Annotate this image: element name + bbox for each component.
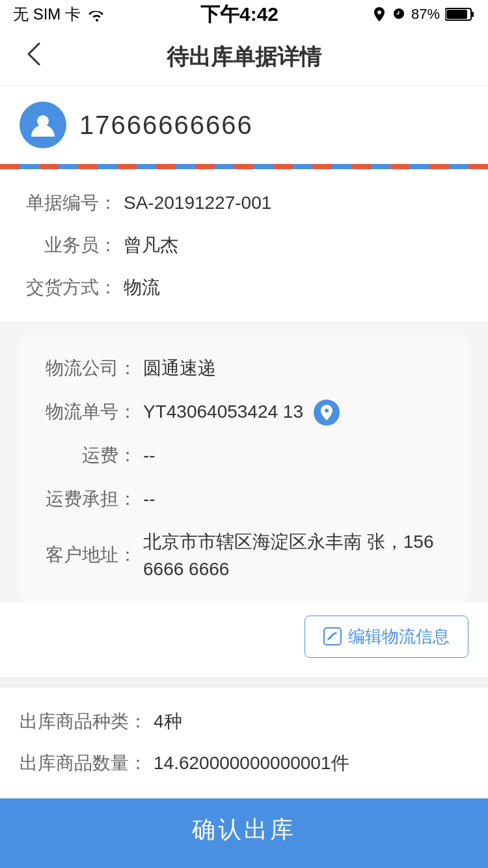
company-row: 物流公司： 圆通速递 xyxy=(39,354,449,383)
document-no-label: 单据编号： xyxy=(20,189,124,218)
alarm-icon xyxy=(392,7,406,21)
dashed-divider xyxy=(0,164,488,169)
edit-logistics-button[interactable]: 编辑物流信息 xyxy=(305,616,468,658)
goods-types-row: 出库商品种类： 4种 xyxy=(20,707,468,737)
freight-bearer-label: 运费承担： xyxy=(39,485,143,514)
main-content: 17666666666 单据编号： SA-20191227-001 业务员： 曾… xyxy=(0,86,488,868)
user-header: 17666666666 xyxy=(0,86,488,164)
svg-rect-1 xyxy=(471,12,474,17)
company-label: 物流公司： xyxy=(39,354,143,383)
salesman-label: 业务员： xyxy=(20,231,124,260)
carrier-text: 无 SIM 卡 xyxy=(13,4,81,25)
location-status-icon xyxy=(372,7,386,21)
tracking-row: 物流单号： YT43064053424 13 xyxy=(39,398,449,427)
goods-section: 出库商品种类： 4种 出库商品数量： 14.620000000000001件 xyxy=(0,688,488,798)
time-text: 下午4:42 xyxy=(200,1,278,28)
freight-bearer-row: 运费承担： -- xyxy=(39,485,449,514)
avatar xyxy=(20,102,66,148)
salesman-row: 业务员： 曾凡杰 xyxy=(20,231,468,260)
nav-bar: 待出库单据详情 xyxy=(0,29,488,86)
delivery-label: 交货方式： xyxy=(20,273,124,303)
back-button[interactable] xyxy=(20,34,48,79)
document-no-row: 单据编号： SA-20191227-001 xyxy=(20,189,468,218)
goods-quantity-label: 出库商品数量： xyxy=(20,749,154,778)
edit-logistics-label: 编辑物流信息 xyxy=(348,625,450,648)
tracking-value: YT43064053424 13 xyxy=(143,398,449,427)
edit-btn-wrap: 编辑物流信息 xyxy=(0,603,488,677)
goods-types-label: 出库商品种类： xyxy=(20,707,154,737)
address-value: 北京市市辖区海淀区永丰南 张，156 6666 6666 xyxy=(143,528,449,583)
status-left: 无 SIM 卡 xyxy=(13,4,107,25)
freight-row: 运费： -- xyxy=(39,441,449,470)
battery-text: 87% xyxy=(411,6,440,23)
address-row: 客户地址： 北京市市辖区海淀区永丰南 张，156 6666 6666 xyxy=(39,528,449,583)
tracking-location-icon[interactable] xyxy=(314,400,340,426)
confirm-btn-wrap[interactable]: 确认出库 xyxy=(0,798,488,868)
salesman-value: 曾凡杰 xyxy=(124,231,468,260)
wifi-icon xyxy=(87,7,107,21)
delivery-value: 物流 xyxy=(124,273,468,303)
freight-label: 运费： xyxy=(39,441,143,470)
freight-value: -- xyxy=(143,441,449,470)
goods-types-value: 4种 xyxy=(154,707,468,737)
edit-icon xyxy=(323,627,342,645)
gray-separator-1 xyxy=(0,677,488,688)
user-phone: 17666666666 xyxy=(79,111,253,140)
battery-icon xyxy=(445,7,475,21)
address-label: 客户地址： xyxy=(39,541,143,570)
freight-bearer-value: -- xyxy=(143,485,449,514)
goods-quantity-value: 14.620000000000001件 xyxy=(154,749,468,778)
delivery-row: 交货方式： 物流 xyxy=(20,273,468,303)
document-no-value: SA-20191227-001 xyxy=(124,189,468,218)
tracking-label: 物流单号： xyxy=(39,398,143,427)
svg-rect-2 xyxy=(446,10,467,19)
basic-info-section: 单据编号： SA-20191227-001 业务员： 曾凡杰 交货方式： 物流 xyxy=(0,169,488,321)
goods-quantity-row: 出库商品数量： 14.620000000000001件 xyxy=(20,749,468,778)
logistics-card: 物流公司： 圆通速递 物流单号： YT43064053424 13 运费： --… xyxy=(20,334,468,602)
confirm-btn-text: 确认出库 xyxy=(192,814,296,846)
status-right: 87% xyxy=(372,6,475,23)
page-title: 待出库单据详情 xyxy=(167,42,321,72)
company-value: 圆通速递 xyxy=(143,354,449,383)
status-bar: 无 SIM 卡 下午4:42 87% xyxy=(0,0,488,29)
user-avatar-icon xyxy=(29,111,57,139)
